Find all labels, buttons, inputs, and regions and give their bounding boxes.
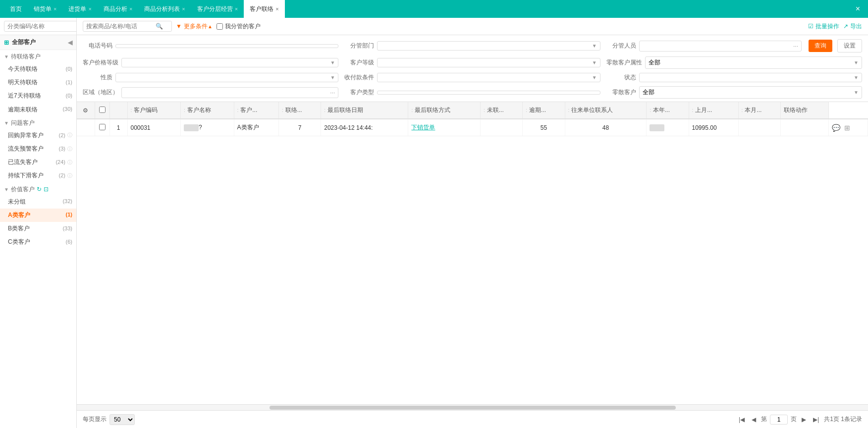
row-overdue: 48 [565, 119, 647, 136]
filter-retail-attr-select[interactable]: 全部 ▼ [645, 56, 862, 69]
horizontal-scrollbar[interactable] [270, 406, 676, 410]
filter-dept-select[interactable]: ▼ [377, 41, 600, 51]
nav-purchase-close[interactable]: × [88, 6, 91, 12]
sidebar-all-customers[interactable]: ⊞ 全部客户 ◀ [0, 35, 76, 50]
nav-customer-contact[interactable]: 客户联络 × [244, 0, 284, 18]
filter-more-button[interactable]: ▼ 更多条件 ▲ [176, 22, 213, 31]
filter-nature: 性质 ▼ [83, 73, 338, 82]
filter-customer-level: 客户等级 ▼ [344, 56, 600, 69]
sidebar-collapse-icon[interactable]: ◀ [68, 39, 72, 46]
nav-customer-segment[interactable]: 客户分层经营 × [191, 0, 244, 18]
export-button[interactable]: ↗ 导出 [843, 22, 862, 31]
chevron-down-icon-3: ▼ [592, 60, 597, 65]
dots-icon-1[interactable]: ··· [793, 43, 798, 50]
table-col-code[interactable]: :客户编码 [127, 102, 181, 119]
prev-page-button[interactable]: ◀ [750, 415, 758, 424]
sidebar-search-input[interactable] [4, 21, 77, 32]
table-col-contact[interactable]: :联络... [278, 102, 321, 119]
sidebar-item-b-class[interactable]: B类客户 (33) [0, 222, 76, 235]
nav-sales-close[interactable]: × [54, 6, 56, 12]
filter-search-icon[interactable]: 🔍 [156, 23, 163, 30]
action-qr-icon[interactable]: ⊞ [844, 124, 850, 132]
filter-price-level-select[interactable]: ▼ [121, 58, 338, 67]
action-message-icon[interactable]: 💬 [832, 124, 840, 132]
chevron-down-icon-4: ▼ [854, 60, 859, 65]
filter-phone-input[interactable] [115, 44, 338, 48]
sidebar-group-pending[interactable]: ▼ 待联络客户 [0, 50, 76, 62]
dots-icon-2[interactable]: ··· [330, 89, 335, 96]
nav-home[interactable]: 首页 [4, 0, 28, 18]
sidebar-item-churn-warning[interactable]: 流失预警客户 (3) ⓘ [0, 142, 76, 156]
sidebar-item-declining[interactable]: 持续下滑客户 (2) ⓘ [0, 169, 76, 182]
page-number-input[interactable] [770, 415, 788, 425]
table-header-row: ⚙ :客户编码 :客户名称 :客户... :联络... :最后联络日期 :最后联… [77, 102, 868, 119]
filter-nature-select[interactable]: ▼ [115, 73, 338, 82]
sidebar-item-tomorrow[interactable]: 明天待联络 (1) [0, 76, 76, 89]
last-method-link[interactable]: 下销货单 [411, 124, 435, 131]
row-check[interactable] [95, 119, 109, 136]
value-refresh-icon[interactable]: ↻ [37, 186, 42, 193]
window-close-button[interactable]: × [852, 4, 864, 13]
table-col-gear[interactable]: ⚙ [77, 102, 95, 119]
nav-sales[interactable]: 销货单 × [28, 0, 62, 18]
nav-customer-contact-close[interactable]: × [275, 6, 278, 12]
filter-retail-select[interactable]: 全部 ▼ [639, 86, 862, 99]
info-icon-3: ⓘ [67, 159, 72, 166]
batch-operation-button[interactable]: ☑ 批量操作 [808, 22, 839, 31]
settings-button[interactable]: 设置 [837, 39, 862, 53]
export-icon: ↗ [843, 23, 848, 30]
sidebar-item-a-class[interactable]: A类客户 (1) [0, 209, 76, 222]
sidebar-item-repurchase-abnormal[interactable]: 回购异常客户 (2) ⓘ [0, 129, 76, 142]
table-col-contact-person[interactable]: :往来单位联系人 [565, 102, 647, 119]
sidebar-item-churned[interactable]: 已流失客户 (24) ⓘ [0, 156, 76, 169]
per-page-select[interactable]: 50 100 200 [109, 414, 135, 425]
next-page-button[interactable]: ▶ [800, 415, 808, 424]
table-col-year-amount[interactable]: :本年... [647, 102, 689, 119]
row-year-amount: 10995.00 [689, 119, 738, 136]
nav-customer-segment-close[interactable]: × [235, 6, 238, 12]
sidebar-item-overdue[interactable]: 逾期未联络 (30) [0, 103, 76, 116]
sidebar-item-unclassified[interactable]: 未分组 (32) [0, 195, 76, 209]
funnel-icon: ▼ [176, 23, 182, 30]
row-checkbox[interactable] [99, 124, 106, 130]
sidebar-group-problem[interactable]: ▼ 问题客户 [0, 116, 76, 129]
table-col-name[interactable]: :客户名称 [181, 102, 234, 119]
filter-bar: 🔍 ▼ 更多条件 ▲ 我分管的客户 ☑ 批量操作 ↗ 导出 [77, 18, 868, 35]
row-contact-count: 7 [278, 119, 321, 136]
nav-product-analysis[interactable]: 商品分析 × [98, 0, 138, 18]
filter-search-input[interactable] [86, 23, 156, 30]
sidebar-item-c-class[interactable]: C类客户 (6) [0, 235, 76, 249]
filter-status-select[interactable]: ▼ [639, 73, 862, 82]
table-col-last-month[interactable]: :上月... [689, 102, 738, 119]
my-customer-checkbox[interactable] [217, 23, 223, 30]
sidebar-item-today[interactable]: 今天待联络 (0) [0, 62, 76, 76]
nav-product-analysis-close[interactable]: × [129, 6, 132, 12]
filter-customer-level-select[interactable]: ▼ [377, 58, 600, 67]
filter-region-input[interactable]: ··· [121, 87, 338, 98]
query-button[interactable]: 查询 [809, 40, 832, 52]
nav-product-list[interactable]: 商品分析列表 × [138, 0, 191, 18]
sidebar-item-7days[interactable]: 近7天待联络 (0) [0, 89, 76, 103]
table-col-overdue[interactable]: :逾期... [523, 102, 565, 119]
table-col-this-month[interactable]: :本月... [738, 102, 780, 119]
table-col-last-date[interactable]: :最后联络日期 [321, 102, 408, 119]
filter-person-input[interactable]: ··· [639, 41, 802, 52]
filter-customer-type-input[interactable] [377, 91, 600, 95]
table-col-level[interactable]: :客户... [234, 102, 278, 119]
data-table-container: ⚙ :客户编码 :客户名称 :客户... :联络... :最后联络日期 :最后联… [77, 102, 868, 404]
last-page-button[interactable]: ▶| [811, 415, 821, 424]
nav-product-list-close[interactable]: × [182, 6, 185, 12]
chevron-down-icon-6: ▼ [592, 75, 597, 80]
chevron-down-icon-8: ▼ [854, 90, 859, 95]
first-page-button[interactable]: |◀ [737, 415, 747, 424]
my-customer-filter[interactable]: 我分管的客户 [217, 22, 261, 31]
row-last-method: 下销货单 [408, 119, 481, 136]
table-col-last-method[interactable]: :最后联络方式 [408, 102, 481, 119]
nav-purchase[interactable]: 进货单 × [62, 0, 97, 18]
table-col-check[interactable] [95, 102, 109, 119]
sidebar-group-value[interactable]: ▼ 价值客户 ↻ ⊡ [0, 183, 76, 195]
select-all-checkbox[interactable] [99, 107, 106, 113]
filter-payment-select[interactable]: ▼ [377, 73, 600, 82]
value-settings-icon[interactable]: ⊡ [44, 186, 49, 193]
table-col-no-contact[interactable]: :未联... [480, 102, 522, 119]
